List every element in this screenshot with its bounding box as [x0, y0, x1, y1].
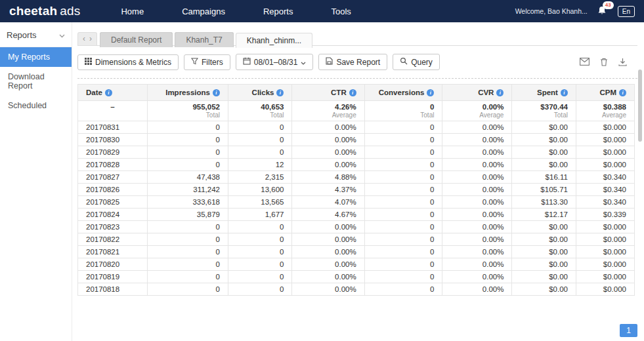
toolbar: Dimensions & Metrics Filters 08/01–08/31… [77, 54, 637, 70]
summary-sublabel: Total [236, 111, 284, 119]
date-cell: 20170831 [78, 121, 148, 134]
value-cell: 0 [228, 146, 292, 159]
column-header-conversions[interactable]: Conversionsi [364, 85, 442, 101]
email-icon[interactable] [580, 58, 590, 66]
column-header-date[interactable]: Datei [78, 85, 148, 101]
column-header-clicks[interactable]: Clicksi [228, 85, 292, 101]
nav-item-tools[interactable]: Tools [331, 7, 351, 16]
value-cell: 0.00% [442, 159, 512, 171]
summary-sublabel: Average [584, 111, 626, 119]
date-cell: 20170829 [78, 146, 148, 159]
value-cell: $16.11 [512, 171, 576, 184]
notification-badge: 43 [603, 1, 614, 9]
value-cell: 0.00% [292, 121, 364, 134]
info-icon: i [619, 89, 626, 96]
tab-khanh-t7[interactable]: Khanh_T7 [175, 32, 233, 47]
summary-cell: $0.388Average [576, 101, 634, 121]
value-cell: 0 [148, 134, 228, 146]
notifications-button[interactable]: 43 [597, 5, 609, 17]
tab-prev-icon[interactable]: ‹ [83, 34, 85, 43]
column-header-spent[interactable]: Spenti [512, 85, 576, 101]
query-button[interactable]: Query [393, 54, 440, 70]
summary-cell: – [78, 101, 148, 121]
date-cell: 20170821 [78, 246, 148, 258]
sidebar-item-download-report[interactable]: Download Report [0, 67, 72, 96]
nav-item-reports[interactable]: Reports [263, 7, 293, 16]
value-cell: 0.00% [442, 271, 512, 283]
sidebar-item-scheduled[interactable]: Scheduled [0, 96, 72, 115]
table-row: 20170830000.00%00.00%$0.00$0.000 [78, 134, 635, 146]
summary-value: 40,653 [236, 103, 284, 111]
value-cell: 0 [228, 258, 292, 271]
column-header-cpm[interactable]: CPMi [576, 85, 634, 101]
download-icon[interactable] [618, 58, 627, 66]
info-icon: i [213, 89, 220, 96]
value-cell: 0 [148, 159, 228, 171]
save-icon [326, 57, 333, 67]
value-cell: 0 [364, 159, 442, 171]
value-cell: $0.000 [576, 221, 634, 233]
value-cell: 0.00% [292, 134, 364, 146]
summary-sublabel: Average [300, 111, 356, 119]
value-cell: $0.000 [576, 134, 634, 146]
date-cell: 20170818 [78, 283, 148, 296]
nav-items: HomeCampaignsReportsTools [121, 7, 351, 16]
summary-value: – [86, 103, 139, 111]
date-cell: 20170828 [78, 159, 148, 171]
tab-default-report[interactable]: Default Report [100, 32, 173, 47]
value-cell: 0 [364, 196, 442, 209]
column-header-ctr[interactable]: CTRi [292, 85, 364, 101]
sidebar-items: My ReportsDownload ReportScheduled [0, 47, 72, 115]
value-cell: 0.00% [442, 246, 512, 258]
tab-scroll-arrows[interactable]: ‹ › [77, 32, 97, 45]
value-cell: 4.67% [292, 209, 364, 221]
column-header-cvr[interactable]: CVRi [442, 85, 512, 101]
info-icon: i [276, 89, 284, 96]
funnel-icon [191, 58, 198, 67]
table-row: 20170829000.00%00.00%$0.00$0.000 [78, 146, 635, 159]
column-label: CPM [599, 89, 616, 96]
save-report-button[interactable]: Save Report [318, 54, 387, 70]
value-cell: 0 [148, 146, 228, 159]
value-cell: 2,315 [228, 171, 292, 184]
value-cell: $0.00 [512, 221, 576, 233]
brand-logo[interactable]: cheetahads [9, 4, 80, 18]
value-cell: 0.00% [292, 283, 364, 296]
report-table-wrap: DateiImpressionsiClicksiCTRiConversionsi… [77, 84, 635, 296]
username[interactable]: Bao Khanh... [547, 7, 588, 15]
table-action-icons [580, 58, 627, 66]
nav-item-home[interactable]: Home [121, 7, 144, 16]
vertical-scrollbar[interactable] [638, 70, 642, 142]
summary-sublabel [86, 111, 139, 119]
table-row: 20170821000.00%00.00%$0.00$0.000 [78, 246, 635, 258]
dimensions-metrics-button[interactable]: Dimensions & Metrics [77, 54, 179, 70]
value-cell: 13,600 [228, 184, 292, 196]
value-cell: 0 [364, 209, 442, 221]
info-icon: i [427, 89, 434, 96]
value-cell: 0.00% [292, 258, 364, 271]
table-row: 20170819000.00%00.00%$0.00$0.000 [78, 271, 635, 283]
nav-item-campaigns[interactable]: Campaigns [182, 7, 225, 16]
value-cell: $0.00 [512, 146, 576, 159]
pagination: 1 [620, 324, 637, 337]
trash-icon[interactable] [600, 58, 608, 66]
value-cell: $0.000 [576, 233, 634, 246]
tab-next-icon[interactable]: › [89, 34, 92, 43]
column-header-impressions[interactable]: Impressionsi [148, 85, 228, 101]
page-1-button[interactable]: 1 [620, 324, 637, 337]
sidebar-section-reports[interactable]: Reports [0, 22, 72, 47]
tab-khanh-chinm[interactable]: Khanh_chinm... [236, 33, 312, 48]
value-cell: $0.00 [512, 283, 576, 296]
filters-button[interactable]: Filters [184, 54, 230, 70]
value-cell: 0 [364, 246, 442, 258]
info-icon: i [349, 89, 356, 96]
column-label: Date [86, 89, 102, 96]
sidebar-item-my-reports[interactable]: My Reports [0, 47, 72, 67]
summary-value: 0 [373, 103, 435, 111]
date-range-button[interactable]: 08/01–08/31 [236, 54, 314, 70]
summary-value: 0.00% [450, 103, 504, 111]
date-cell: 20170819 [78, 271, 148, 283]
language-button[interactable]: En [618, 6, 635, 17]
value-cell: $12.17 [512, 209, 576, 221]
table-row: 20170831000.00%00.00%$0.00$0.000 [78, 121, 635, 134]
